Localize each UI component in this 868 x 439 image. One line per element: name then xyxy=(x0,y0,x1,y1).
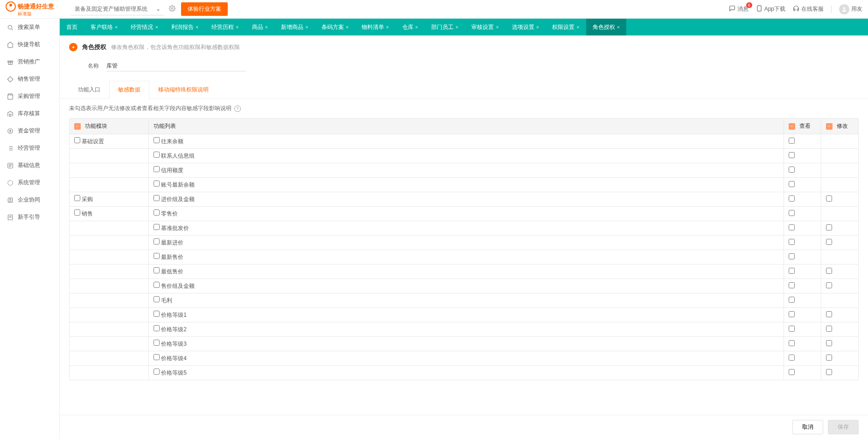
edit-checkbox[interactable] xyxy=(826,369,832,375)
function-checkbox[interactable] xyxy=(154,152,160,158)
close-icon[interactable]: × xyxy=(386,24,389,30)
function-checkbox[interactable] xyxy=(154,311,160,317)
close-icon[interactable]: × xyxy=(415,24,418,30)
function-checkbox[interactable] xyxy=(154,181,160,187)
view-checkbox[interactable] xyxy=(789,167,795,173)
close-icon[interactable]: × xyxy=(305,24,308,30)
view-checkbox[interactable] xyxy=(789,253,795,259)
function-checkbox[interactable] xyxy=(154,325,160,331)
module-checkbox[interactable] xyxy=(74,195,80,201)
sidebar-item-8[interactable]: 基础信息 xyxy=(0,157,59,174)
view-checkbox[interactable] xyxy=(789,297,795,303)
edit-checkbox[interactable] xyxy=(826,355,832,361)
name-input[interactable] xyxy=(106,61,246,71)
edit-checkbox[interactable] xyxy=(826,195,832,202)
close-icon[interactable]: × xyxy=(155,24,158,30)
sidebar-item-6[interactable]: 资金管理 xyxy=(0,122,59,139)
sidebar-item-0[interactable]: 搜索菜单 xyxy=(0,19,59,36)
tab-14[interactable]: 角色授权× xyxy=(586,19,626,35)
tab-8[interactable]: 物料清单× xyxy=(355,19,395,35)
view-checkbox[interactable] xyxy=(789,181,795,187)
module-checkbox[interactable] xyxy=(74,209,80,216)
view-checkbox[interactable] xyxy=(789,282,795,288)
function-checkbox[interactable] xyxy=(154,209,160,216)
header-checkbox-module[interactable]: − xyxy=(74,123,81,130)
function-checkbox[interactable] xyxy=(154,267,160,273)
edit-checkbox[interactable] xyxy=(826,282,832,288)
view-checkbox[interactable] xyxy=(789,195,795,202)
function-checkbox[interactable] xyxy=(154,137,160,143)
close-icon[interactable]: × xyxy=(236,24,238,30)
tab-10[interactable]: 部门员工× xyxy=(425,19,465,35)
edit-checkbox[interactable] xyxy=(826,326,832,332)
tab-12[interactable]: 选项设置× xyxy=(505,19,546,35)
tab-1[interactable]: 客户联络× xyxy=(84,19,124,35)
tab-6[interactable]: 新增商品× xyxy=(274,19,315,35)
tab-13[interactable]: 权限设置× xyxy=(546,19,586,35)
user-menu[interactable]: 用友 xyxy=(839,4,862,14)
edit-checkbox[interactable] xyxy=(826,311,832,317)
tab-9[interactable]: 仓库× xyxy=(396,19,425,35)
sidebar-item-1[interactable]: 快捷导航 xyxy=(0,36,59,53)
sidebar-item-5[interactable]: 库存核算 xyxy=(0,105,59,122)
function-checkbox[interactable] xyxy=(154,166,160,172)
info-icon[interactable]: ? xyxy=(234,105,241,112)
view-checkbox[interactable] xyxy=(789,355,795,361)
close-icon[interactable]: × xyxy=(617,24,620,30)
messages-button[interactable]: 消息 6 xyxy=(729,5,749,13)
view-checkbox[interactable] xyxy=(789,369,795,375)
sidebar-item-2[interactable]: 营销推广 xyxy=(0,53,59,70)
close-icon[interactable]: × xyxy=(346,24,349,30)
view-checkbox[interactable] xyxy=(789,138,795,144)
gear-icon[interactable] xyxy=(169,5,175,13)
sidebar-item-3[interactable]: 销售管理 xyxy=(0,70,59,88)
view-checkbox[interactable] xyxy=(789,152,795,158)
edit-checkbox[interactable] xyxy=(826,340,832,346)
header-checkbox-edit[interactable]: − xyxy=(826,123,833,130)
view-checkbox[interactable] xyxy=(789,224,795,230)
function-checkbox[interactable] xyxy=(154,369,160,375)
close-icon[interactable]: × xyxy=(265,24,268,30)
close-icon[interactable]: × xyxy=(196,24,198,30)
view-checkbox[interactable] xyxy=(789,268,795,274)
close-icon[interactable]: × xyxy=(496,24,498,30)
app-download-button[interactable]: App下载 xyxy=(756,5,785,13)
sub-tab-sensitive-data[interactable]: 敏感数据 xyxy=(109,81,149,99)
function-checkbox[interactable] xyxy=(154,224,160,230)
sidebar-item-7[interactable]: 经营管理 xyxy=(0,139,59,157)
tab-4[interactable]: 经营历程× xyxy=(205,19,245,35)
view-checkbox[interactable] xyxy=(789,340,795,346)
sidebar-item-10[interactable]: 企业协同 xyxy=(0,191,59,209)
sidebar-item-11[interactable]: 新手引导 xyxy=(0,209,59,226)
edit-checkbox[interactable] xyxy=(826,239,832,245)
sidebar-item-9[interactable]: 系统管理 xyxy=(0,174,59,191)
function-checkbox[interactable] xyxy=(154,238,160,244)
view-checkbox[interactable] xyxy=(789,311,795,317)
function-checkbox[interactable] xyxy=(154,253,160,259)
sub-tab-function-entry[interactable]: 功能入口 xyxy=(69,81,109,99)
header-checkbox-view[interactable]: − xyxy=(789,123,795,130)
sidebar-item-4[interactable]: 采购管理 xyxy=(0,88,59,105)
function-checkbox[interactable] xyxy=(154,296,160,302)
close-icon[interactable]: × xyxy=(576,24,579,30)
tab-0[interactable]: 首页 xyxy=(60,19,84,35)
experience-plan-button[interactable]: 体验行业方案 xyxy=(181,2,228,16)
tab-2[interactable]: 经营情况× xyxy=(124,19,164,35)
sub-tab-mobile-permission[interactable]: 移动端特殊权限说明 xyxy=(149,81,217,99)
tab-11[interactable]: 审核设置× xyxy=(465,19,505,35)
view-checkbox[interactable] xyxy=(789,210,795,216)
tab-5[interactable]: 商品× xyxy=(245,19,274,35)
edit-checkbox[interactable] xyxy=(826,224,832,230)
view-checkbox[interactable] xyxy=(789,239,795,245)
close-icon[interactable]: × xyxy=(455,24,458,30)
function-checkbox[interactable] xyxy=(154,354,160,360)
edit-checkbox[interactable] xyxy=(826,268,832,274)
function-checkbox[interactable] xyxy=(154,282,160,288)
function-checkbox[interactable] xyxy=(154,340,160,346)
view-checkbox[interactable] xyxy=(789,326,795,332)
online-service-button[interactable]: 在线客服 xyxy=(793,5,824,13)
tab-3[interactable]: 利润报告× xyxy=(165,19,205,35)
close-icon[interactable]: × xyxy=(536,24,539,30)
tab-7[interactable]: 条码方案× xyxy=(315,19,355,35)
module-checkbox[interactable] xyxy=(74,137,80,143)
